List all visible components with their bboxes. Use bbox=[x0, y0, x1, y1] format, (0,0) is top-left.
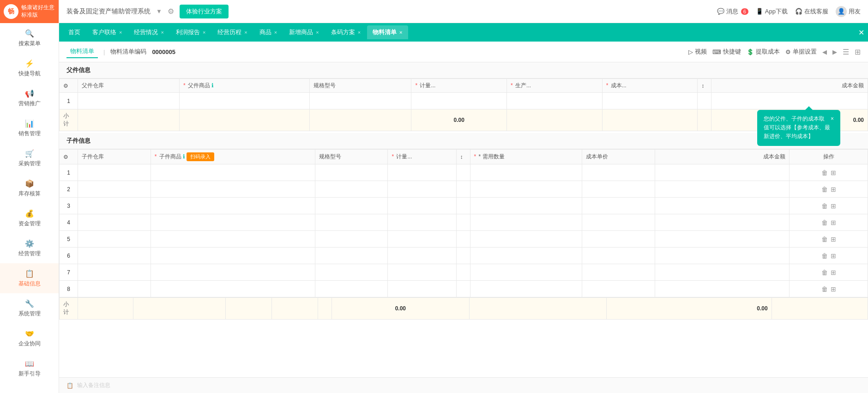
app-download-item[interactable]: 📱 App下载 bbox=[756, 7, 788, 16]
gear-icon[interactable]: ⚙ bbox=[168, 7, 174, 16]
delete-icon-3[interactable]: 🗑 bbox=[821, 202, 828, 210]
child-product-4[interactable] bbox=[151, 214, 315, 231]
close-operations-tab[interactable]: × bbox=[161, 30, 163, 35]
scan-input-button[interactable]: 扫码录入 bbox=[187, 152, 214, 161]
child-warehouse-7[interactable] bbox=[78, 264, 151, 281]
delete-icon-6[interactable]: 🗑 bbox=[821, 252, 828, 260]
parent-production-1[interactable] bbox=[507, 93, 603, 109]
notes-placeholder[interactable]: 输入备注信息 bbox=[77, 381, 110, 389]
sidebar-item-inventory[interactable]: 📦 库存核算 bbox=[0, 173, 59, 203]
sidebar-item-operations[interactable]: ⚙️ 经营管理 bbox=[0, 233, 59, 263]
scroll-area[interactable]: 父件信息 ⚙ 父件仓库 * 父件商品 ℹ bbox=[59, 62, 868, 377]
delete-icon-4[interactable]: 🗑 bbox=[821, 219, 828, 226]
sidebar-item-quicknav[interactable]: ⚡ 快捷导航 bbox=[0, 53, 59, 83]
tab-history[interactable]: 经营历程 × bbox=[212, 25, 253, 39]
parent-product-info[interactable]: ℹ bbox=[211, 82, 214, 89]
child-spec-1[interactable] bbox=[315, 164, 388, 181]
child-unit-2[interactable] bbox=[388, 181, 456, 198]
child-spec-7[interactable] bbox=[315, 264, 388, 281]
settings-tool[interactable]: ⚙ 单据设置 bbox=[785, 48, 817, 56]
grid-view-icon[interactable]: ☰ bbox=[843, 48, 849, 56]
child-warehouse-4[interactable] bbox=[78, 214, 151, 231]
child-warehouse-1[interactable] bbox=[78, 164, 151, 181]
tab-operations[interactable]: 经营情况 × bbox=[128, 25, 169, 39]
child-product-2[interactable] bbox=[151, 181, 315, 198]
child-spec-5[interactable] bbox=[315, 231, 388, 248]
child-col-settings[interactable]: ⚙ bbox=[60, 150, 78, 164]
close-goods-tab[interactable]: × bbox=[274, 30, 277, 35]
sidebar-item-search[interactable]: 🔍 搜索菜单 bbox=[0, 23, 59, 53]
child-unitcost-2[interactable] bbox=[582, 181, 655, 198]
tab-goods[interactable]: 商品 × bbox=[254, 25, 283, 39]
child-unit-7[interactable] bbox=[388, 264, 456, 281]
child-spec-8[interactable] bbox=[315, 281, 388, 297]
message-item[interactable]: 💬 消息 6 bbox=[717, 7, 748, 16]
copy-icon-2[interactable]: ⊞ bbox=[831, 186, 836, 193]
child-unitcost-1[interactable] bbox=[582, 164, 655, 181]
close-customer-tab[interactable]: × bbox=[119, 30, 122, 35]
child-unitcost-7[interactable] bbox=[582, 264, 655, 281]
child-unitcost-3[interactable] bbox=[582, 198, 655, 214]
sidebar-item-marketing[interactable]: 📢 营销推广 bbox=[0, 83, 59, 113]
tab-profit[interactable]: 利润报告 × bbox=[170, 25, 211, 39]
child-product-1[interactable] bbox=[151, 164, 315, 181]
close-profit-tab[interactable]: × bbox=[203, 30, 205, 35]
delete-icon-7[interactable]: 🗑 bbox=[821, 269, 828, 276]
child-product-6[interactable] bbox=[151, 248, 315, 264]
copy-icon-3[interactable]: ⊞ bbox=[831, 202, 836, 210]
copy-icon-7[interactable]: ⊞ bbox=[831, 269, 836, 276]
child-qty-1[interactable] bbox=[470, 164, 582, 181]
child-unit-6[interactable] bbox=[388, 248, 456, 264]
child-spec-6[interactable] bbox=[315, 248, 388, 264]
view-tool[interactable]: ▷ 视频 bbox=[688, 48, 707, 56]
child-warehouse-8[interactable] bbox=[78, 281, 151, 297]
close-barcode-tab[interactable]: × bbox=[358, 30, 361, 35]
child-warehouse-5[interactable] bbox=[78, 231, 151, 248]
parent-col-settings[interactable]: ⚙ bbox=[60, 79, 78, 93]
parent-cost-1[interactable] bbox=[602, 93, 698, 109]
close-all-tabs[interactable]: ✕ bbox=[858, 28, 864, 37]
child-qty-8[interactable] bbox=[470, 281, 582, 297]
sidebar-item-finance[interactable]: 💰 资金管理 bbox=[0, 203, 59, 233]
parent-warehouse-1[interactable] bbox=[78, 93, 180, 109]
child-product-7[interactable] bbox=[151, 264, 315, 281]
child-unit-8[interactable] bbox=[388, 281, 456, 297]
child-spec-3[interactable] bbox=[315, 198, 388, 214]
child-product-5[interactable] bbox=[151, 231, 315, 248]
sidebar-item-collab[interactable]: 🤝 企业协同 bbox=[0, 323, 59, 353]
user-item[interactable]: 👤 用友 bbox=[836, 6, 861, 17]
table-view-icon[interactable]: ⊞ bbox=[855, 48, 861, 56]
child-product-3[interactable] bbox=[151, 198, 315, 214]
close-history-tab[interactable]: × bbox=[244, 30, 247, 35]
tooltip-close-button[interactable]: × bbox=[831, 115, 834, 123]
nav-next[interactable]: ▶ bbox=[832, 48, 837, 55]
copy-icon-5[interactable]: ⊞ bbox=[831, 236, 836, 243]
child-product-8[interactable] bbox=[151, 281, 315, 297]
subtab-bom[interactable]: 物料清单 bbox=[66, 45, 98, 58]
child-unitcost-4[interactable] bbox=[582, 214, 655, 231]
child-unitcost-6[interactable] bbox=[582, 248, 655, 264]
copy-icon-1[interactable]: ⊞ bbox=[831, 169, 836, 176]
child-qty-6[interactable] bbox=[470, 248, 582, 264]
parent-unit-1[interactable] bbox=[411, 93, 507, 109]
parent-product-1[interactable] bbox=[180, 93, 310, 109]
delete-icon-8[interactable]: 🗑 bbox=[821, 285, 828, 293]
child-unit-3[interactable] bbox=[388, 198, 456, 214]
tab-home[interactable]: 首页 bbox=[63, 25, 86, 39]
tab-bom[interactable]: 物料清单 × bbox=[367, 25, 408, 39]
close-newgoods-tab[interactable]: × bbox=[316, 30, 319, 35]
child-unitcost-8[interactable] bbox=[582, 281, 655, 297]
copy-icon-4[interactable]: ⊞ bbox=[831, 219, 836, 226]
tab-new-goods[interactable]: 新增商品 × bbox=[283, 25, 324, 39]
child-unitcost-5[interactable] bbox=[582, 231, 655, 248]
online-service-item[interactable]: 🎧 在线客服 bbox=[795, 7, 828, 16]
close-bom-tab[interactable]: × bbox=[399, 30, 402, 35]
dropdown-arrow[interactable]: ▼ bbox=[156, 8, 162, 15]
cost-tool[interactable]: 💲 提取成本 bbox=[747, 48, 780, 56]
sidebar-item-sales[interactable]: 📊 销售管理 bbox=[0, 113, 59, 143]
child-warehouse-2[interactable] bbox=[78, 181, 151, 198]
tab-barcode[interactable]: 条码方案 × bbox=[326, 25, 366, 39]
tab-customer[interactable]: 客户联络 × bbox=[87, 25, 127, 39]
copy-icon-8[interactable]: ⊞ bbox=[831, 285, 836, 293]
child-warehouse-3[interactable] bbox=[78, 198, 151, 214]
